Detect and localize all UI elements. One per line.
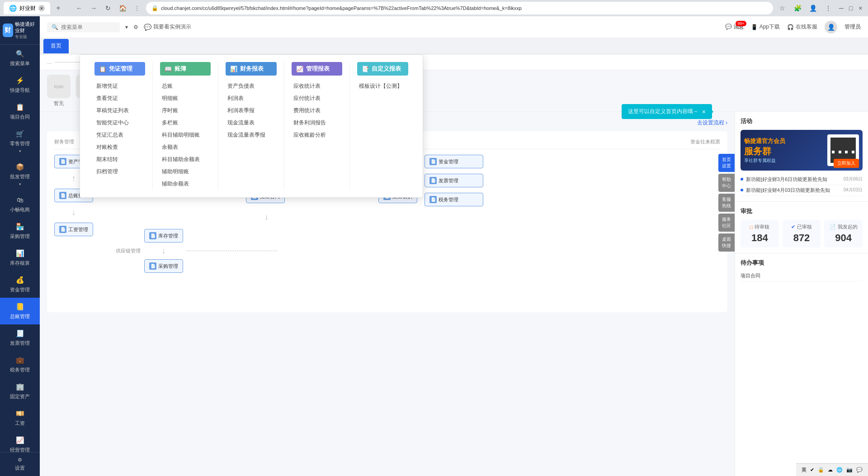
activity-item-1[interactable]: 新功能|好业财3月6日功能更新抢先知 03月06日: [741, 174, 863, 185]
menu-item-chronological[interactable]: 序时账: [160, 105, 211, 117]
menu-item-reconcile[interactable]: 对账检查: [94, 141, 145, 153]
sidebar-logo: 财 畅捷通好业财 专业版: [0, 16, 40, 45]
sidebar-item-tax[interactable]: 💼 税务管理: [0, 351, 40, 378]
approval-card-initiated[interactable]: 📄 我发起的 904: [824, 220, 863, 248]
sidebar-item-operations[interactable]: 📈 经营管理: [0, 431, 40, 452]
tax-icon: 💼: [15, 356, 24, 365]
menu-item-income-stmt[interactable]: 利润表: [226, 92, 276, 105]
search-input[interactable]: [61, 24, 115, 30]
flow-box-fund-mgmt[interactable]: 📄 资金管理: [425, 155, 483, 168]
activity-banner: 畅捷通官方会员 服务群 享社群专属权益: [741, 130, 863, 171]
pending-item-project[interactable]: 项目合同: [741, 271, 863, 281]
tab-home[interactable]: 首页: [43, 39, 69, 53]
topbar-settings-button[interactable]: ⚙: [133, 24, 138, 30]
sidebar-item-wholesale[interactable]: 📦 批发管理 ▾: [0, 158, 40, 191]
sidebar-item-ecommerce[interactable]: 🛍 小畅电商: [0, 191, 40, 218]
username-label[interactable]: 管理员: [844, 23, 861, 31]
topbar-demo-link[interactable]: 💬 我要看实例演示: [144, 23, 191, 31]
menu-button[interactable]: ⋮: [822, 2, 835, 14]
sidebar-item-invoice[interactable]: 🧾 发票管理: [0, 324, 40, 351]
menu-item-general-ledger[interactable]: 总账: [160, 80, 211, 92]
sidebar-item-project[interactable]: 📋 项目合同: [0, 98, 40, 125]
menu-item-detail-ledger[interactable]: 明细账: [160, 92, 211, 105]
menu-item-income-quarterly[interactable]: 利润表季报: [226, 105, 276, 117]
menu-item-balance-sheet[interactable]: 资产负债表: [226, 80, 276, 92]
menu-item-template-design[interactable]: 模板设计【公测】: [357, 80, 408, 92]
flow-setup-link[interactable]: 去设置流程 ›: [697, 119, 727, 127]
sidebar-item-purchase[interactable]: 🏪 采购管理: [0, 218, 40, 244]
sidebar-item-payroll[interactable]: 💴 工资: [0, 405, 40, 431]
close-window-button[interactable]: ×: [857, 4, 864, 13]
menu-item-add-voucher[interactable]: 新增凭证: [94, 80, 145, 92]
sidebar-item-inventory[interactable]: 📊 库存核算: [0, 244, 40, 271]
menu-item-draft-voucher[interactable]: 草稿凭证列表: [94, 105, 145, 117]
sidebar-settings-label: 设置: [15, 465, 25, 471]
minimize-button[interactable]: ─: [837, 4, 845, 13]
menu-item-archive[interactable]: 归档管理: [94, 166, 145, 178]
refresh-button[interactable]: ↻: [102, 2, 114, 14]
flow-box-purchase[interactable]: 📄 采购管理: [144, 259, 183, 273]
menu-item-balance[interactable]: 余额表: [160, 141, 211, 153]
quick-action-1[interactable]: Icon 暂无: [47, 75, 71, 107]
forward-button[interactable]: →: [87, 2, 100, 14]
sidebar-item-shortcuts[interactable]: ⚡ 快捷导航: [0, 71, 40, 98]
maximize-button[interactable]: □: [847, 4, 854, 13]
sidebar-settings[interactable]: ⚙ 设置: [0, 452, 40, 476]
menu-item-profit-report[interactable]: 财务利润报告: [292, 117, 342, 129]
user-avatar[interactable]: 👤: [825, 21, 837, 33]
sidebar-item-ledger[interactable]: 📒 总账管理: [0, 298, 40, 324]
sidebar-item-fixed-assets[interactable]: 🏢 固定资产: [0, 378, 40, 405]
profile-button[interactable]: 👤: [807, 2, 819, 14]
flow-box-inventory[interactable]: 📄 库存管理: [144, 229, 183, 243]
menu-item-aux-balance[interactable]: 辅助余额表: [160, 178, 211, 190]
activity-item-2[interactable]: 新功能|好业财4月03日功能更新抢先知 04月03日: [741, 185, 863, 196]
tab-close-button[interactable]: ×: [38, 5, 45, 11]
join-btn-label[interactable]: 立即加入: [834, 159, 859, 168]
menu-item-aux-detail[interactable]: 辅助明细账: [160, 166, 211, 178]
app-download-button[interactable]: 📱 App下载: [751, 23, 780, 31]
menu-item-receivable-stats[interactable]: 应收统计表: [292, 80, 342, 92]
menu-item-cashflow[interactable]: 现金流量表: [226, 117, 276, 129]
bookmark-star-button[interactable]: ☆: [776, 2, 788, 14]
extensions-button[interactable]: 🧩: [791, 2, 804, 14]
menu-item-payable-stats[interactable]: 应付统计表: [292, 92, 342, 105]
menu-item-subject-detail[interactable]: 科目辅助明细账: [160, 129, 211, 141]
back-button[interactable]: ←: [73, 2, 85, 14]
address-bar[interactable]: 🔒 cloud.chanjet.com/cc/u6d89qwnryel/57bf…: [146, 2, 773, 14]
finance-reports-header-icon: 📊: [230, 66, 237, 72]
sidebar-item-search[interactable]: 🔍 搜索菜单: [0, 45, 40, 71]
flow-box-tax-mgmt[interactable]: 📄 税务管理: [425, 193, 483, 206]
notification-button[interactable]: 💬 消息 99+: [725, 24, 743, 30]
notification-icon: 💬: [725, 24, 732, 30]
sidebar-item-retail[interactable]: 🛒 零售管理 ▾: [0, 125, 40, 158]
approval-title: 审批: [741, 207, 863, 215]
home-button[interactable]: 🏠: [116, 2, 129, 14]
flow-box-invoice-mgmt[interactable]: 📄 发票管理: [425, 174, 483, 187]
taskbar-lang[interactable]: 英: [802, 466, 807, 473]
menu-item-expense-stats[interactable]: 费用统计表: [292, 105, 342, 117]
sidebar-item-fund[interactable]: 💰 资金管理: [0, 271, 40, 298]
menu-item-cashflow-quarterly[interactable]: 现金流量表季报: [226, 129, 276, 141]
join-btn[interactable]: 立即加入: [834, 159, 859, 168]
menu-item-smart-voucher[interactable]: 智能凭证中心: [94, 117, 145, 129]
topbar-dropdown[interactable]: ▾: [125, 24, 128, 30]
approval-card-pending[interactable]: □ 待审核 184: [741, 220, 779, 248]
bookmarks-button[interactable]: ⋮: [131, 2, 143, 14]
browser-tab[interactable]: 🌐 好业财 ×: [4, 2, 50, 14]
operations-icon: 📈: [15, 436, 24, 445]
menu-item-period-close[interactable]: 期末结转: [94, 153, 145, 166]
sidebar-label-operations: 经营管理: [10, 447, 30, 452]
flow-box-payroll[interactable]: 📄 工资管理: [54, 223, 93, 236]
menu-item-view-voucher[interactable]: 查看凭证: [94, 92, 145, 105]
mega-col-finance-reports-header: 📊 财务报表: [226, 62, 276, 76]
new-tab-button[interactable]: +: [53, 3, 64, 14]
menu-item-voucher-summary[interactable]: 凭证汇总表: [94, 129, 145, 141]
approval-card-approved[interactable]: ✔ 已审核 872: [783, 220, 821, 248]
service-icon: 🎧: [787, 24, 794, 30]
online-service-button[interactable]: 🎧 在线客服: [787, 23, 817, 31]
sidebar-label-purchase: 采购管理: [10, 233, 30, 240]
topbar-search-box[interactable]: 🔍: [47, 22, 120, 32]
menu-item-multi-column[interactable]: 多栏账: [160, 117, 211, 129]
menu-item-aging-analysis[interactable]: 应收账龄分析: [292, 129, 342, 141]
menu-item-subject-balance[interactable]: 科目辅助余额表: [160, 153, 211, 166]
